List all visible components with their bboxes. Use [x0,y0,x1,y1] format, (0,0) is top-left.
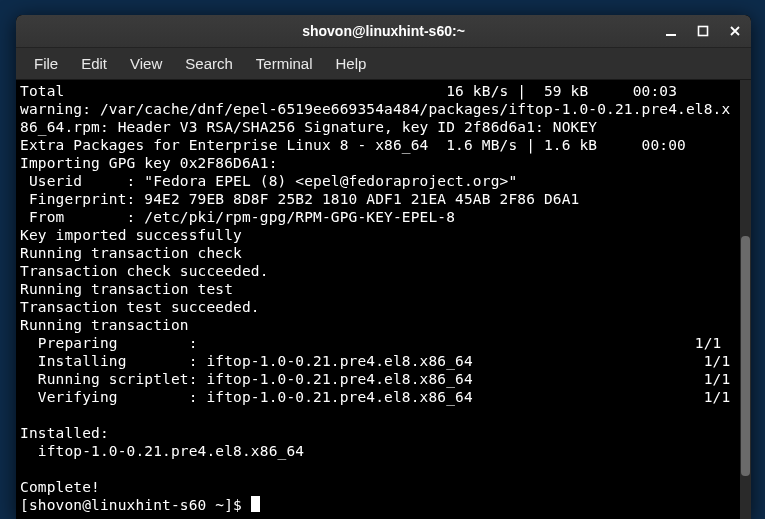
menu-file[interactable]: File [24,51,68,76]
svg-rect-0 [666,34,676,36]
shell-prompt: [shovon@linuxhint-s60 ~]$ [20,497,251,513]
menubar: File Edit View Search Terminal Help [16,48,751,80]
minimize-button[interactable] [661,21,681,41]
menu-view[interactable]: View [120,51,172,76]
svg-rect-1 [699,27,708,36]
close-icon [729,25,741,37]
minimize-icon [665,25,677,37]
scrollbar-thumb[interactable] [741,236,750,476]
scrollbar[interactable] [740,80,751,519]
maximize-icon [697,25,709,37]
titlebar[interactable]: shovon@linuxhint-s60:~ [16,15,751,48]
menu-edit[interactable]: Edit [71,51,117,76]
menu-terminal[interactable]: Terminal [246,51,323,76]
terminal-window: shovon@linuxhint-s60:~ File Edit View Se… [16,15,751,519]
close-button[interactable] [725,21,745,41]
window-title: shovon@linuxhint-s60:~ [302,23,465,39]
menu-search[interactable]: Search [175,51,243,76]
window-controls [661,15,745,47]
terminal-output[interactable]: Total 16 kB/s | 59 kB 00:03 warning: /va… [16,80,751,519]
maximize-button[interactable] [693,21,713,41]
cursor [251,496,260,512]
menu-help[interactable]: Help [326,51,377,76]
